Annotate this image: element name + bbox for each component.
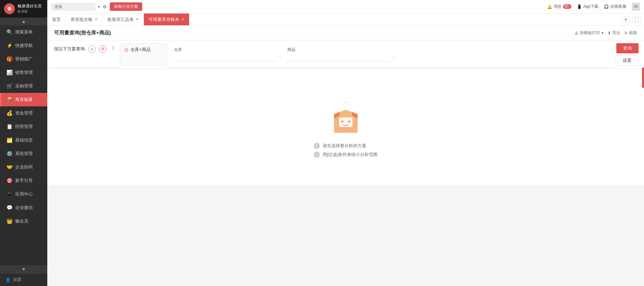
sidebar-item-sales[interactable]: 📊 销售管理 — [0, 66, 47, 79]
query-collapse-btn[interactable]: 《 — [110, 45, 114, 51]
sidebar-item-newbie[interactable]: 🎯 新手引导 — [0, 174, 47, 187]
app-download-item[interactable]: 📱 App下载 — [577, 4, 598, 9]
hint-num-2: 2 — [314, 152, 320, 158]
notification-label: 消息 — [553, 4, 562, 9]
sidebar-item-wechat[interactable]: 💬 企业微信 — [0, 201, 47, 214]
tab-available-qty-close[interactable]: ✕ — [181, 17, 184, 22]
right-action-area: 查询 设置 — [610, 41, 644, 68]
notification-item[interactable]: 🔔 消息 99+ — [547, 4, 571, 9]
appstore-icon: 📱 — [6, 191, 12, 197]
sidebar-item-shortcut[interactable]: ⚡ 快捷导航 — [0, 39, 47, 52]
tab-available-qty[interactable]: 可用量库存账本 ✕ — [144, 14, 189, 25]
query-label: 按以下方案查询 — [54, 44, 85, 52]
sidebar-item-operation[interactable]: 📋 经营管理 — [0, 120, 47, 133]
sidebar-item-basic[interactable]: 🗂️ 基础信息 — [0, 133, 47, 147]
filter-warehouse-input-wrap: ··· — [174, 53, 282, 61]
sidebar: 畅 畅康通好生意 标准版 ▲ 🔍 搜索菜单 ⚡ 快捷导航 🎁 营销推广 📊 销售… — [0, 0, 47, 286]
sidebar-item-appstore[interactable]: 📱 应用中心 — [0, 187, 47, 201]
query-area: 按以下方案查询 + ⚙ 《 — [47, 41, 121, 68]
operation-icon: 📋 — [6, 124, 12, 130]
query-button[interactable]: 查询 — [616, 43, 639, 53]
svg-point-8 — [349, 104, 351, 106]
sidebar-item-purchase[interactable]: 🛒 采购管理 — [0, 79, 47, 93]
sidebar-item-enterprise[interactable]: 🤝 企业协同 — [0, 160, 47, 174]
tab-expand-btn[interactable]: ⛶ — [633, 16, 641, 23]
printer-icon: 🖨 — [574, 31, 578, 35]
notification-icon: 🔔 — [547, 4, 552, 9]
topbar: ▾ ⚙ 体验行业方案 🔔 消息 99+ 📱 App下载 🎧 在线客服 Rit — [47, 0, 644, 14]
filter-row: 仓库 ··· 商品 ··· — [167, 41, 610, 68]
topbar-actions: 🔔 消息 99+ 📱 App下载 🎧 在线客服 Rit — [547, 3, 640, 11]
tab-close-all-btn[interactable]: ✕ — [622, 16, 630, 23]
sidebar-logo: 畅 — [4, 3, 15, 14]
filter-warehouse-more[interactable]: ··· — [279, 55, 282, 60]
mobile-icon: 📱 — [577, 4, 582, 9]
hint-num-1: 1 — [314, 143, 320, 149]
query-filter-area: 按以下方案查询 + ⚙ 《 ◎ 仓库+商品 仓库 ··· — [47, 41, 644, 69]
sidebar-title: 畅康通好生意 — [18, 4, 42, 9]
refresh-icon: ↻ — [624, 31, 628, 35]
export-icon: ⬆ — [608, 31, 611, 35]
empty-hint-2: 2 用[过滤]条件来缩小分析范围 — [314, 152, 378, 158]
page-content: 可用量查询(按仓库+商品) 🖨 按模板打印 ▾ ⬆ 导出 ↻ 刷新 — [47, 26, 644, 286]
sidebar-scroll-area: 🔍 搜索菜单 ⚡ 快捷导航 🎁 营销推广 📊 销售管理 🛒 采购管理 📦 库存核… — [0, 25, 47, 265]
newbie-icon: 🎯 — [6, 178, 12, 184]
sidebar-item-marketing[interactable]: 🎁 营销推广 — [0, 52, 47, 66]
inventory-icon: 📦 — [6, 97, 12, 103]
svg-point-9 — [341, 104, 342, 105]
right-scrollbar[interactable] — [642, 68, 644, 88]
scheme-panel: ◎ 仓库+商品 — [120, 43, 167, 66]
filter-warehouse-input[interactable] — [174, 53, 277, 61]
topbar-dropdown-btn[interactable]: ▾ — [98, 4, 100, 9]
tab-home[interactable]: 首页 — [47, 14, 66, 25]
sidebar-item-finance[interactable]: 💰 资金管理 — [0, 106, 47, 120]
filter-product-more[interactable]: ··· — [392, 55, 395, 60]
sidebar-scroll-up[interactable]: ▲ — [0, 18, 47, 25]
notification-badge: 99+ — [563, 4, 571, 9]
sidebar-item-search[interactable]: 🔍 搜索菜单 — [0, 25, 47, 39]
query-add-btn[interactable]: + — [88, 45, 96, 53]
page-title: 可用量查询(按仓库+商品) — [54, 30, 111, 36]
filter-product-input[interactable] — [287, 53, 391, 61]
enterprise-icon: 🤝 — [6, 164, 12, 170]
print-dropdown-icon: ▾ — [601, 31, 603, 35]
user-avatar[interactable]: Rit — [632, 3, 640, 11]
tab-batch-ledger-close[interactable]: ✕ — [95, 17, 98, 22]
search-icon: 🔍 — [6, 29, 12, 35]
sidebar-scroll-down[interactable]: ▼ — [0, 265, 47, 273]
scheme-item-warehouse-product[interactable]: ◎ 仓库+商品 — [122, 45, 165, 54]
sidebar-header: 畅 畅康通好生意 标准版 — [0, 0, 47, 18]
tab-receipt-summary[interactable]: 收发存汇总表 ✕ — [103, 14, 144, 25]
settings-button[interactable]: 设置 — [616, 55, 639, 66]
query-settings-scheme-btn[interactable]: ⚙ — [99, 45, 106, 53]
filter-product: 商品 ··· — [287, 47, 395, 61]
topbar-search-input[interactable] — [51, 3, 95, 10]
tabs-end: ✕ ⛶ — [619, 16, 644, 23]
member-icon: 👑 — [6, 218, 12, 224]
tab-batch-ledger[interactable]: 库存批次账 ✕ — [66, 14, 103, 25]
sidebar-item-inventory[interactable]: 📦 库存核算 — [0, 93, 47, 106]
tabs-bar: 首页 库存批次账 ✕ 收发存汇总表 ✕ 可用量库存账本 ✕ ✕ ⛶ — [47, 14, 644, 26]
refresh-btn[interactable]: ↻ 刷新 — [624, 30, 637, 36]
svg-point-6 — [348, 121, 350, 123]
empty-hints: 1 请先选择要分析的方案 2 用[过滤]条件来缩小分析范围 — [314, 143, 378, 158]
system-icon: ⚙️ — [6, 151, 12, 157]
filter-warehouse-label: 仓库 — [174, 47, 282, 53]
sidebar-item-member[interactable]: 👑 畅会员 — [0, 214, 47, 228]
page-header: 可用量查询(按仓库+商品) 🖨 按模板打印 ▾ ⬆ 导出 ↻ 刷新 — [47, 26, 644, 41]
finance-icon: 💰 — [6, 110, 12, 116]
online-service-item[interactable]: 🎧 在线客服 — [604, 4, 626, 9]
user-icon: 👤 — [5, 278, 10, 282]
tab-receipt-summary-close[interactable]: ✕ — [136, 17, 139, 22]
empty-svg — [326, 96, 366, 136]
sidebar-footer[interactable]: 👤 设置 — [0, 273, 47, 286]
export-btn[interactable]: ⬆ 导出 — [608, 30, 620, 36]
sidebar-item-system[interactable]: ⚙️ 系统管理 — [0, 147, 47, 160]
basic-icon: 🗂️ — [6, 137, 12, 143]
sidebar-version: 标准版 — [18, 9, 42, 14]
print-template-btn[interactable]: 🖨 按模板打印 ▾ — [574, 30, 603, 36]
trial-industry-button[interactable]: 体验行业方案 — [110, 2, 142, 11]
filter-product-input-wrap: ··· — [287, 53, 395, 61]
marketing-icon: 🎁 — [6, 56, 12, 62]
topbar-gear-icon[interactable]: ⚙ — [103, 4, 107, 9]
